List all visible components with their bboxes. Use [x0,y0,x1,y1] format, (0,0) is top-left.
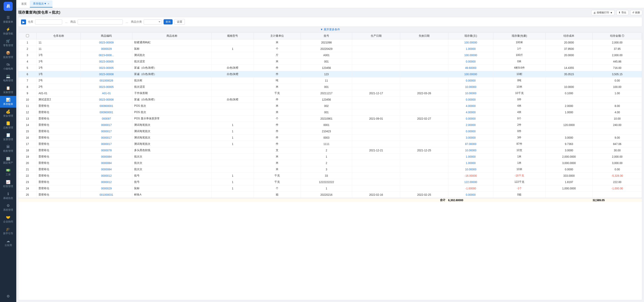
row-spec [212,115,254,122]
row-batch: 33 [301,173,352,179]
row-batch: 1222222222 [301,179,352,185]
row-warehouse: 1号 [37,65,80,71]
sidebar-item-collab[interactable]: 🤝 企业协同 [0,213,16,225]
content-area: 现存量查询(按仓库＋批次) 🖨 按模板打印 ▼ ⬆ 导出 ↺ 刷新 ▶ [16,8,644,302]
query-button[interactable]: 查询 [164,19,172,25]
row-qty-main: 4.00000 [448,103,493,109]
print-button[interactable]: 🖨 按模板打印 ▼ [591,10,614,15]
table-header-row: 仓库名称 商品编码 商品名称 规格型号 主计量单位 批号 生产日期 失效日期 现… [18,33,642,39]
row-spec [212,103,254,109]
tab-close-icon[interactable]: ✕ [48,3,49,5]
row-spec [212,154,254,160]
sidebar-item-purchase[interactable]: 📋 采购管理 [0,84,16,96]
export-button[interactable]: ⬆ 导出 [616,10,628,15]
warehouse-input[interactable] [35,20,62,25]
sidebar-item-retail[interactable]: 🛒 零售管理 [0,37,16,49]
row-spec [212,58,254,65]
row-unit: 个 [254,46,301,52]
sidebar-item-system[interactable]: ⚙ 系统管理 [0,202,16,213]
header-actions: 🖨 按模板打印 ▼ ⬆ 导出 ↺ 刷新 [591,10,642,15]
sidebar-item-ledger[interactable]: 📒 总账管理 [0,119,16,131]
sidebar-item-quick-nav[interactable]: ⚡ 快捷导航 [0,25,16,37]
row-prod-date [352,160,400,166]
row-unit: 米 [254,58,301,65]
expand-conditions[interactable]: ▼ 展开更多条件 [320,27,341,32]
settings-button[interactable]: 设置 [174,19,185,25]
row-amount: 2,000.00 [593,154,642,160]
tab-inventory-batch[interactable]: 库存批次▼ ✕ [30,1,52,8]
summary-row: 合计 6,302.60000 32,589.05 [18,198,642,202]
row-code: 0000017 [80,122,132,128]
row-no: 18 [18,147,37,154]
row-cost: 10.0000 [546,84,593,90]
row-amount: 9.00 [593,134,642,141]
sidebar-item-assets[interactable]: 🏢 固定资产 [0,155,16,166]
retail-icon: 🛒 [6,39,10,43]
row-name: 批次次 [132,166,212,173]
sidebar-item-payroll[interactable]: 💵 工资 [0,166,16,178]
table-row: 12 普密裕仓 000900001 POS 批次 米 001 4.00000 4… [18,109,642,115]
row-amount: 0.00 [593,166,642,173]
row-name: 测试电笔批次 [132,134,212,141]
row-name: 测试电笔批次 [132,128,212,134]
sidebar-item-label: 经营管理 [3,185,13,188]
sidebar-item-tax[interactable]: 🏛 税务管理 [0,143,16,155]
select-all-checkbox[interactable] [26,34,29,37]
product-input[interactable] [78,20,123,25]
tabs-bar: 首页 库存批次▼ ✕ [16,0,644,8]
row-spec: 1 [212,173,254,179]
row-batch: 20220216 [301,192,352,198]
sidebar-item-guide[interactable]: 🎓 新手引导 [0,225,16,237]
col-exp-date: 失效日期 [400,33,448,39]
category-select[interactable] [144,20,162,25]
col-prod-date: 生产日期 [352,33,400,39]
row-code: 000097 [80,115,132,122]
row-amount: 222.00 [593,179,642,185]
ecom-icon: 💻 [6,74,10,78]
settings-gear-icon[interactable]: ⚙ [5,292,12,300]
row-cost: 1.8197 [546,179,593,185]
sidebar-item-cloud[interactable]: ☁ 云应用 [0,237,16,249]
row-exp-date: 2022-02-27 [400,115,448,122]
sidebar-item-invoice[interactable]: 🧾 发票管理 [0,131,16,143]
summary-label: 合计 [18,198,448,202]
row-name: 批次适宜 [132,58,212,65]
row-batch: 2 [301,147,352,154]
row-spec [212,39,254,46]
row-qty-main: 3.00000 [448,134,493,141]
col-code: 商品编码 [80,33,132,39]
col-checkbox[interactable] [18,33,37,39]
row-warehouse: 1号 [37,52,80,58]
row-cost: 120.0000 [546,122,593,128]
row-qty-pkg: 0箱 [493,192,546,198]
row-unit: 件 [254,141,301,147]
expand-search-button[interactable]: ▶ [21,20,26,25]
sidebar-item-label: 总账管理 [3,126,13,129]
settings-label: 设置 [177,20,182,23]
summary-empty-cost [546,198,593,202]
row-exp-date [400,134,448,141]
sidebar-item-operations[interactable]: 📈 经营管理 [0,178,16,190]
row-unit: 米 [254,109,301,115]
sidebar-item-wholesale[interactable]: 📦 批发管理 [0,49,16,61]
sidebar-item-finance[interactable]: 💰 资金管理 [0,108,16,119]
row-batch: 1 [301,154,352,160]
refresh-button[interactable]: ↺ 刷新 [630,10,642,15]
row-spec: 白色/灰橙 [212,65,254,71]
col-name: 商品名称 [132,33,212,39]
row-code: 0000084 [80,166,132,173]
row-unit: 箱 [254,192,301,198]
sidebar-item-ecom[interactable]: 💻 电商管理 [0,72,16,84]
row-prod-date [352,128,400,134]
row-batch: 001 [301,58,352,65]
sidebar-item-basic-info[interactable]: ℹ 基础信息 [0,190,16,202]
sidebar-item-search-menu[interactable]: ☰ 搜索菜单 [0,14,16,25]
row-qty-main: 10.00000 [448,166,493,173]
row-name: 富诚（白色/灰橙） [132,71,212,77]
sidebar-item-inventory[interactable]: 📊 库存核算 [0,96,16,108]
sidebar-item-ecom-small[interactable]: 🛍 小融电商 [0,61,16,72]
tab-home[interactable]: 首页 [18,1,30,7]
row-name: POS 显示率保质异常 [132,115,212,122]
row-name: 软硬通用枸杞 [132,39,212,46]
table-row: 6 1号 0023-00008 富诚（白色/灰橙） 白色/灰橙 件 123 10… [18,71,642,77]
